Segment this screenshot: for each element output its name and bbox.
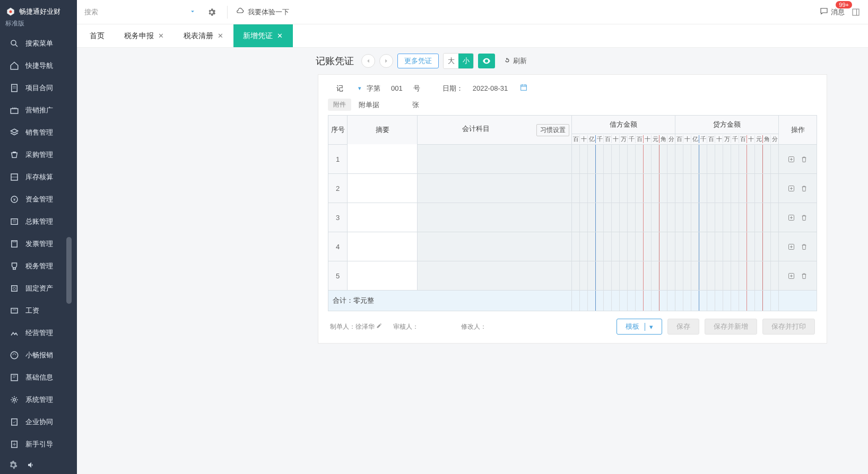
sidebar-item[interactable]: 基础信息 (0, 366, 77, 389)
attach-label: 附单据 (359, 100, 379, 110)
volume-footer-icon[interactable] (27, 460, 36, 470)
habit-setting-button[interactable]: 习惯设置 (536, 124, 569, 136)
sidebar-item[interactable]: 总账管理 (0, 210, 77, 233)
delete-row-icon[interactable] (800, 242, 809, 251)
more-vouchers-button[interactable]: 更多凭证 (397, 54, 439, 68)
svg-text:¥: ¥ (13, 197, 16, 202)
table-row: 1 (328, 145, 817, 174)
debit-cell[interactable] (572, 174, 675, 203)
chevron-down-icon[interactable]: ▾ (645, 323, 653, 331)
sidebar-item[interactable]: ¥资金管理 (0, 188, 77, 210)
delete-row-icon[interactable] (800, 184, 809, 192)
edit-icon[interactable] (376, 323, 383, 330)
size-small-button[interactable]: 小 (458, 54, 473, 68)
subject-cell[interactable] (418, 203, 572, 232)
sheet-label: 张 (412, 100, 419, 110)
sidebar-item[interactable]: 发票管理 (0, 233, 77, 255)
sidebar-item[interactable]: 营销推广 (0, 99, 77, 121)
summary-cell[interactable] (348, 174, 418, 203)
sidebar-item[interactable]: 销售管理 (0, 121, 77, 144)
save-print-button[interactable]: 保存并打印 (762, 319, 815, 335)
add-row-icon[interactable] (787, 184, 796, 192)
sidebar-item[interactable]: 采购管理 (0, 144, 77, 166)
debit-cell[interactable] (572, 261, 675, 291)
next-arrow-icon[interactable] (379, 54, 393, 68)
sidebar-item[interactable]: 搜索菜单 (0, 32, 77, 55)
close-icon[interactable]: ✕ (277, 32, 283, 40)
add-row-icon[interactable] (787, 242, 796, 251)
delete-row-icon[interactable] (800, 271, 809, 280)
debit-cell[interactable] (572, 145, 675, 174)
message-button[interactable]: 消息 99+ (819, 6, 845, 17)
svg-point-28 (486, 60, 488, 62)
summary-cell[interactable] (348, 232, 418, 261)
subject-cell[interactable] (418, 174, 572, 203)
credit-cell[interactable] (675, 232, 779, 261)
sidebar-item[interactable]: 小畅报销 (0, 344, 77, 366)
svg-point-16 (13, 287, 16, 290)
sidebar-scrollbar[interactable] (66, 237, 72, 304)
tab[interactable]: 税务申报✕ (115, 24, 174, 47)
row-seq: 4 (328, 232, 348, 261)
gear-icon[interactable] (204, 4, 220, 20)
credit-cell[interactable] (675, 145, 779, 174)
voucher-number[interactable]: 001 (391, 84, 403, 92)
card-footer: 制单人：徐泽华 审核人： 修改人： 模板 ▾ (328, 311, 817, 337)
sidebar-item[interactable]: 经营管理 (0, 322, 77, 344)
chevron-down-icon[interactable] (189, 7, 196, 16)
try-link[interactable]: 我要体验一下 (235, 6, 289, 17)
save-new-button[interactable]: 保存并新增 (705, 319, 757, 335)
delete-row-icon[interactable] (800, 155, 809, 163)
sidebar-item[interactable]: 工资 (0, 300, 77, 322)
template-button[interactable]: 模板 ▾ (617, 319, 662, 335)
subject-cell[interactable] (418, 232, 572, 261)
eye-icon[interactable] (478, 54, 495, 68)
summary-cell[interactable] (348, 261, 418, 291)
delete-row-icon[interactable] (800, 213, 809, 222)
save-button[interactable]: 保存 (667, 319, 699, 335)
debit-cell[interactable] (572, 232, 675, 261)
sidebar-item[interactable]: 系统管理 (0, 389, 77, 411)
summary-cell[interactable] (348, 145, 418, 174)
subject-cell[interactable] (418, 261, 572, 291)
sidebar-item[interactable]: 项目合同 (0, 77, 77, 99)
divider (227, 6, 228, 19)
nav-icon (10, 373, 19, 382)
panel-toggle-icon[interactable] (851, 7, 861, 17)
sidebar-item[interactable]: 企业协同 (0, 411, 77, 433)
chevron-down-icon[interactable]: ▾ (358, 85, 361, 92)
search-input[interactable] (84, 4, 198, 20)
voucher-date[interactable]: 2022-08-31 (473, 84, 508, 92)
settings-footer-icon[interactable] (8, 460, 18, 470)
add-row-icon[interactable] (787, 213, 796, 222)
refresh-button[interactable]: 刷新 (504, 56, 527, 66)
table-row: 5 (328, 261, 817, 291)
sidebar-item[interactable]: 税务管理 (0, 255, 77, 277)
close-icon[interactable]: ✕ (218, 32, 223, 40)
ops-cell (779, 232, 817, 261)
voucher-type[interactable]: 记 (336, 84, 343, 93)
calendar-icon[interactable] (519, 83, 528, 93)
sidebar-item[interactable]: 快捷导航 (0, 55, 77, 77)
add-row-icon[interactable] (787, 155, 796, 163)
sidebar-item[interactable]: 固定资产 (0, 277, 77, 300)
tab[interactable]: 税表清册✕ (174, 24, 233, 47)
summary-cell[interactable] (348, 203, 418, 232)
debit-cell[interactable] (572, 203, 675, 232)
size-large-button[interactable]: 大 (444, 54, 458, 68)
attachment-button[interactable]: 附件 (328, 99, 351, 111)
credit-cell[interactable] (675, 174, 779, 203)
credit-cell[interactable] (675, 261, 779, 291)
sidebar-item[interactable]: 新手引导 (0, 433, 77, 455)
credit-cell[interactable] (675, 203, 779, 232)
tab[interactable]: 新增凭证✕ (233, 24, 293, 47)
tab[interactable]: 首页 (80, 24, 115, 47)
subject-cell[interactable] (418, 145, 572, 174)
ops-cell (779, 145, 817, 174)
auditor-label: 审核人： (393, 322, 419, 331)
add-row-icon[interactable] (787, 271, 796, 280)
sidebar-item[interactable]: 库存核算 (0, 166, 77, 188)
prev-arrow-icon[interactable] (361, 54, 375, 68)
close-icon[interactable]: ✕ (158, 32, 164, 40)
summary-input[interactable] (348, 144, 417, 173)
